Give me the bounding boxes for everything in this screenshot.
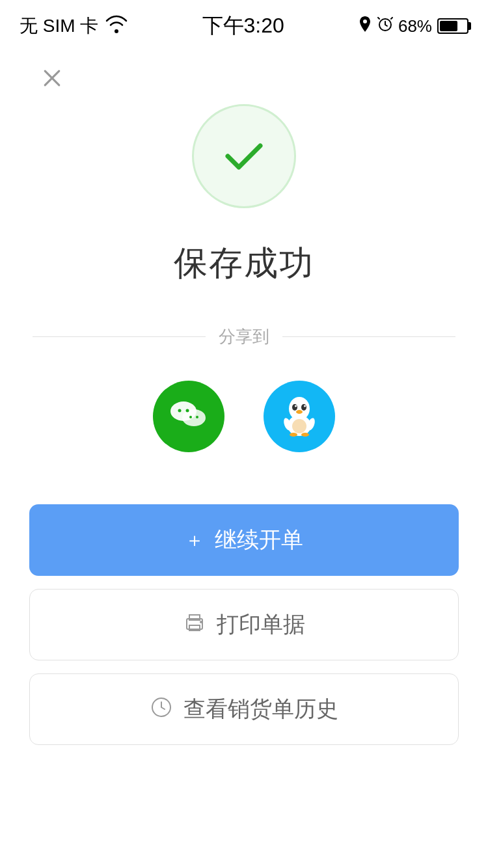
svg-point-9 bbox=[301, 404, 306, 411]
svg-point-4 bbox=[186, 409, 189, 413]
plus-icon: ＋ bbox=[185, 527, 204, 554]
svg-point-8 bbox=[292, 404, 297, 411]
continue-button[interactable]: ＋ 继续开单 bbox=[29, 504, 459, 576]
status-left: 无 SIM 卡 bbox=[20, 14, 128, 38]
wechat-icon bbox=[167, 397, 211, 436]
share-divider: 分享到 bbox=[33, 325, 455, 348]
svg-point-6 bbox=[196, 416, 198, 418]
history-button[interactable]: 查看销货单历史 bbox=[29, 673, 459, 745]
svg-point-5 bbox=[189, 416, 192, 418]
battery-percent: 68% bbox=[398, 16, 432, 36]
history-icon bbox=[150, 696, 173, 724]
main-content: 保存成功 分享到 bbox=[0, 52, 488, 745]
svg-point-15 bbox=[290, 433, 297, 437]
status-right: 68% bbox=[358, 16, 468, 37]
wechat-share-button[interactable] bbox=[153, 381, 224, 452]
qq-share-button[interactable] bbox=[264, 381, 335, 452]
svg-point-10 bbox=[295, 405, 297, 407]
svg-point-14 bbox=[292, 419, 306, 433]
location-icon bbox=[358, 16, 372, 37]
print-button[interactable]: 打印单据 bbox=[29, 589, 459, 660]
printer-icon bbox=[183, 611, 206, 639]
continue-label: 继续开单 bbox=[215, 525, 303, 555]
svg-point-16 bbox=[301, 433, 309, 437]
action-buttons: ＋ 继续开单 打印单据 查看销货单历史 bbox=[29, 504, 459, 745]
svg-point-3 bbox=[178, 409, 182, 413]
print-label: 打印单据 bbox=[217, 610, 305, 640]
svg-point-22 bbox=[200, 621, 202, 623]
battery-icon bbox=[437, 18, 468, 34]
svg-point-12 bbox=[296, 410, 303, 414]
close-button[interactable] bbox=[33, 59, 72, 98]
alarm-icon bbox=[377, 16, 393, 37]
success-title: 保存成功 bbox=[174, 241, 314, 286]
svg-point-2 bbox=[182, 409, 206, 426]
status-time: 下午3:20 bbox=[202, 12, 284, 40]
success-circle bbox=[192, 104, 296, 208]
sim-label: 无 SIM 卡 bbox=[20, 14, 98, 38]
svg-point-11 bbox=[304, 405, 306, 407]
share-label: 分享到 bbox=[219, 325, 269, 348]
close-icon bbox=[40, 66, 64, 90]
wifi-icon bbox=[105, 15, 128, 38]
checkmark-icon bbox=[218, 130, 270, 182]
status-bar: 无 SIM 卡 下午3:20 68% bbox=[0, 0, 488, 52]
divider-right bbox=[282, 336, 455, 337]
history-label: 查看销货单历史 bbox=[183, 694, 338, 724]
share-icons bbox=[153, 381, 335, 452]
divider-left bbox=[33, 336, 206, 337]
qq-icon bbox=[279, 394, 319, 439]
